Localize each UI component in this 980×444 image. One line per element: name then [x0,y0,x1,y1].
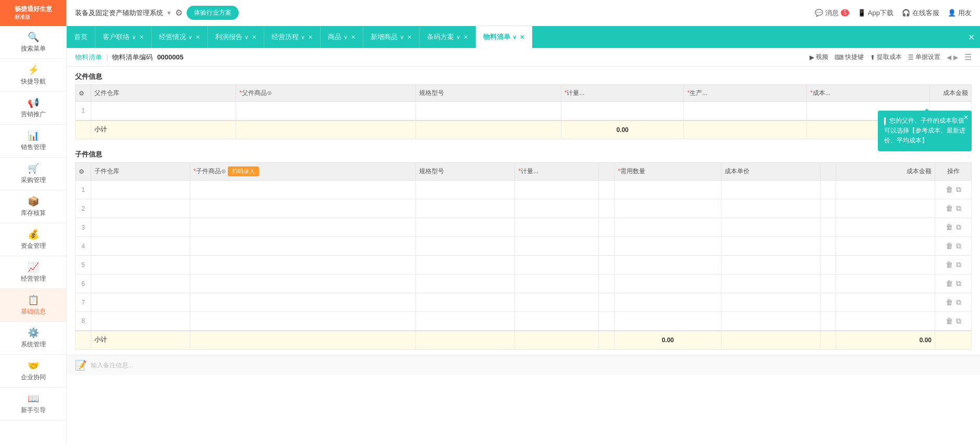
view-video-btn[interactable]: ▶ 视频 [810,53,828,62]
sidebar-item-11[interactable]: 📖新手引导 [0,388,66,421]
sidebar-item-4[interactable]: 🛒采购管理 [0,158,66,190]
next-arrow-icon[interactable]: ▶ [953,54,958,61]
tab-bom[interactable]: 物料清单 ∨ ✕ [476,26,532,48]
copy-icon-6[interactable]: ⧉ [956,279,961,288]
child-cell-warehouse-3[interactable] [91,218,190,237]
tab-new-goods-close[interactable]: ✕ [407,34,412,41]
parent-cell-warehouse[interactable] [91,102,236,121]
child-cell-unit-cost-8[interactable] [721,312,820,331]
child-cell-unit-cost-6[interactable] [721,274,820,293]
tab-customer-close[interactable]: ✕ [139,34,144,41]
child-cell-qty-7[interactable] [615,293,721,312]
table-view-icon[interactable]: ☰ [964,52,972,62]
child-cell-unit-cost-3[interactable] [721,218,820,237]
child-cell-warehouse-6[interactable] [91,274,190,293]
parent-cell-spec[interactable] [416,102,561,121]
child-cell-goods-7[interactable] [190,293,416,312]
tab-history-close[interactable]: ✕ [308,34,313,41]
child-cell-spec-6[interactable] [416,274,515,293]
parent-cell-unit[interactable] [561,102,684,121]
delete-icon-6[interactable]: 🗑 [946,279,953,288]
message-item[interactable]: 💬 消息 5 [815,8,849,18]
tab-operations-close[interactable]: ✕ [195,34,200,41]
child-cell-unit-2[interactable] [515,199,599,218]
user-item[interactable]: 👤 用友 [948,8,972,18]
system-dropdown-icon[interactable]: ▾ [167,9,171,17]
child-cell-unit-cost-2[interactable] [721,199,820,218]
child-cell-unit-8[interactable] [515,312,599,331]
sidebar-item-0[interactable]: 🔍搜索菜单 [0,26,66,59]
child-cell-warehouse-2[interactable] [91,199,190,218]
delete-icon-8[interactable]: 🗑 [946,317,953,326]
try-industry-button[interactable]: 体验行业方案 [187,6,239,20]
copy-icon-4[interactable]: ⧉ [956,242,961,250]
child-cell-qty-5[interactable] [615,256,721,274]
child-cell-qty-8[interactable] [615,312,721,331]
tab-home[interactable]: 首页 [67,26,95,48]
child-cell-qty-2[interactable] [615,199,721,218]
child-cell-spec-3[interactable] [416,218,515,237]
parent-cell-produce[interactable] [684,102,807,121]
child-cell-warehouse-1[interactable] [91,181,190,199]
sidebar-item-3[interactable]: 📊销售管理 [0,125,66,158]
child-cell-goods-1[interactable] [190,181,416,199]
sidebar-item-5[interactable]: 📦库存核算 [0,190,66,223]
child-cell-unit-1[interactable] [515,181,599,199]
child-cell-qty-1[interactable] [615,181,721,199]
child-cell-unit-cost-5[interactable] [721,256,820,274]
extract-cost-btn[interactable]: ⬆ 提取成本 [870,53,902,62]
child-cell-goods-6[interactable] [190,274,416,293]
child-cell-unit-cost-4[interactable] [721,237,820,256]
delete-icon-7[interactable]: 🗑 [946,298,953,307]
child-cell-unit-5[interactable] [515,256,599,274]
delete-icon-2[interactable]: 🗑 [946,204,953,213]
parent-cell-goods[interactable] [236,102,416,121]
tab-history[interactable]: 经营历程 ∨ ✕ [264,26,321,48]
child-cell-unit-cost-1[interactable] [721,181,820,199]
tab-operations[interactable]: 经营情况 ∨ ✕ [152,26,208,48]
prev-arrow-icon[interactable]: ◀ [947,54,951,61]
scan-input-btn[interactable]: 扫码录入 [228,166,259,176]
child-cell-spec-8[interactable] [416,312,515,331]
child-cell-unit-cost-7[interactable] [721,293,820,312]
child-cell-goods-5[interactable] [190,256,416,274]
tab-profit[interactable]: 利润报告 ∨ ✕ [208,26,264,48]
tab-goods[interactable]: 商品 ∨ ✕ [321,26,363,48]
copy-icon-2[interactable]: ⧉ [956,204,961,213]
child-cell-warehouse-4[interactable] [91,237,190,256]
delete-icon-4[interactable]: 🗑 [946,242,953,250]
child-cell-goods-3[interactable] [190,218,416,237]
child-cell-unit-3[interactable] [515,218,599,237]
tab-new-goods[interactable]: 新增商品 ∨ ✕ [363,26,420,48]
tab-barcode[interactable]: 条码方案 ∨ ✕ [420,26,476,48]
delete-icon-1[interactable]: 🗑 [946,185,953,194]
child-cell-goods-4[interactable] [190,237,416,256]
sidebar-item-9[interactable]: ⚙️系统管理 [0,322,66,355]
child-cell-qty-6[interactable] [615,274,721,293]
child-cell-goods-2[interactable] [190,199,416,218]
online-service-item[interactable]: 🎧 在线客服 [902,8,939,18]
copy-icon-1[interactable]: ⧉ [956,185,961,194]
tooltip-close-btn[interactable]: ✕ [963,113,969,123]
close-all-tabs-icon[interactable]: ✕ [963,32,980,42]
delete-icon-3[interactable]: 🗑 [946,223,953,232]
tab-customer[interactable]: 客户联络 ∨ ✕ [95,26,152,48]
child-cell-goods-8[interactable] [190,312,416,331]
child-cell-qty-3[interactable] [615,218,721,237]
tab-profit-close[interactable]: ✕ [252,34,256,41]
child-cell-warehouse-8[interactable] [91,312,190,331]
child-cell-warehouse-5[interactable] [91,256,190,274]
copy-icon-3[interactable]: ⧉ [956,223,961,232]
copy-icon-5[interactable]: ⧉ [956,260,961,269]
tab-goods-close[interactable]: ✕ [351,34,356,41]
breadcrumb-bom[interactable]: 物料清单 [75,53,102,62]
sidebar-item-2[interactable]: 📢营销推广 [0,92,66,125]
tab-bom-close[interactable]: ✕ [520,34,524,41]
copy-icon-7[interactable]: ⧉ [956,298,961,307]
child-cell-spec-7[interactable] [416,293,515,312]
child-cell-spec-1[interactable] [416,181,515,199]
sidebar-item-6[interactable]: 💰资金管理 [0,223,66,256]
sidebar-item-10[interactable]: 🤝企业协同 [0,355,66,388]
child-cell-spec-4[interactable] [416,237,515,256]
app-download-item[interactable]: 📱 App下载 [858,8,893,18]
